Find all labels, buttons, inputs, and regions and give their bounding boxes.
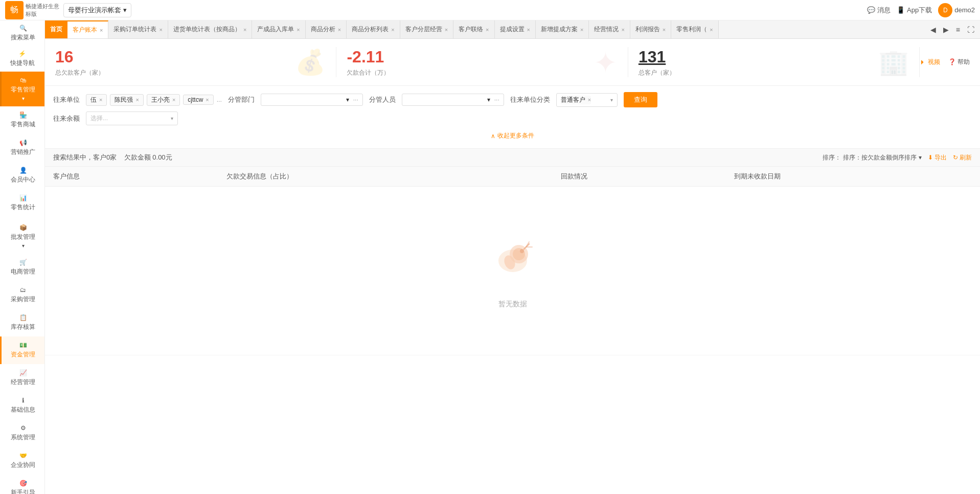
filter-collapse-button[interactable]: ∧ 收起更多条件 [491,129,534,142]
filter-area: 往来单位 伍 × 陈民强 × 王小亮 [45,86,980,149]
tab-purchase-order[interactable]: 采购订单统计表 × [108,20,168,39]
basic-info-icon: ℹ [22,397,25,404]
message-button[interactable]: 💬 消息 [867,6,891,15]
chevron-up-icon: ∧ [491,132,495,140]
tab-next-button[interactable]: ▶ [941,25,951,35]
tab-production-instock[interactable]: 产成品入库单 × [252,20,305,39]
sidebar-item-basic-info[interactable]: ℹ 基础信息 [0,392,44,419]
tab-home[interactable]: 首页 [45,20,67,39]
tab-menu-button[interactable]: ≡ [953,25,963,35]
sidebar-item-finance[interactable]: 💵 资金管理 [0,336,44,364]
tab-close-purchase-order[interactable]: × [159,27,162,33]
filter-tag-wu-remove[interactable]: × [99,97,102,103]
tab-close-customer-segmentation[interactable]: × [445,27,448,33]
sidebar-item-retail-stats[interactable]: 📊 零售统计 [0,189,44,217]
ecommerce-icon: 🛒 [19,259,27,266]
finance-icon: 💵 [19,342,27,349]
tab-maximize-button[interactable]: ⛶ [965,25,977,35]
tab-close-customer-contact[interactable]: × [486,27,489,33]
tab-product-analysis[interactable]: 商品分析 × [306,20,347,39]
sidebar-item-system[interactable]: ⚙ 系统管理 [0,419,44,447]
filter-tag-common-customer-remove[interactable]: × [588,97,591,103]
sidebar-item-operation[interactable]: 📈 经营管理 [0,364,44,392]
filter-balance-select[interactable]: 选择... ▾ [86,111,178,125]
stat-label-3: 总客户（家） [639,69,675,77]
filter-tag-chen-text: 陈民强 [115,96,133,104]
collab-icon: 🤝 [19,452,27,459]
tab-product-analysis-list[interactable]: 商品分析列表 × [347,20,400,39]
tab-close-retail-profit[interactable]: × [710,27,713,33]
sidebar-item-enterprise-collab[interactable]: 🤝 企业协同 [0,447,44,475]
filter-tag-cjttcw: cjttcw × [183,95,213,105]
refresh-button[interactable]: ↻ 刷新 [953,153,972,162]
sidebar-item-inventory[interactable]: 📋 库存核算 [0,309,44,336]
sidebar-item-quick-nav[interactable]: ⚡ 快捷导航 [0,46,44,72]
sidebar-item-wholesale-mgmt[interactable]: 📦 批发管理 ▾ [0,219,44,254]
tab-close-new-propose[interactable]: × [580,27,583,33]
tab-propose-settings[interactable]: 提成设置 × [495,20,536,39]
logo-text: 畅捷通好生意 标版 [26,3,59,17]
chevron-down-sort-icon: ▾ [919,154,922,161]
video-help-button[interactable]: ⏵ 视频 [920,58,940,66]
export-button[interactable]: ⬇ 导出 [928,153,947,162]
sidebar-item-ecommerce[interactable]: 🛒 电商管理 [0,254,44,281]
sidebar-item-retail-store[interactable]: 🏪 零售商城 [0,106,44,134]
filter-tag-cjttcw-remove[interactable]: × [206,97,209,103]
tab-prev-button[interactable]: ◀ [928,25,939,35]
tab-close-customer-accounts[interactable]: × [100,27,103,33]
sidebar-item-new-guide[interactable]: 🎯 新手引导 [0,475,44,494]
tab-profit-report[interactable]: 利润报告 × [630,20,671,39]
svg-point-4 [520,249,524,253]
tab-close-product-analysis[interactable]: × [338,27,341,33]
top-bar: 畅 畅捷通好生意 标版 母婴行业演示帐套 ▾ 💬 消息 📱 App下载 D [0,0,980,20]
filter-tag-wang-remove[interactable]: × [172,97,175,103]
filter-person-more: ··· [494,96,499,103]
inventory-icon: 📋 [19,314,27,321]
tab-close-propose-settings[interactable]: × [527,27,530,33]
tab-close-profit-report[interactable]: × [663,27,666,33]
nav-icon: ⚡ [18,50,26,57]
sidebar-item-search[interactable]: 🔍 搜索菜单 [0,20,44,46]
result-actions: 排序： 排序：按欠款金额倒序排序 ▾ ⬇ 导出 ↻ 刷新 [823,153,972,162]
help-button[interactable]: ❓ 帮助 [948,58,970,66]
filter-tag-chen-remove[interactable]: × [135,97,139,103]
sidebar-item-member[interactable]: 👤 会员中心 [0,162,44,189]
table-header-debt-info: 欠款交易信息（占比） [218,167,553,187]
sort-select[interactable]: 排序： 排序：按欠款金额倒序排序 ▾ [823,153,922,162]
filter-dept-select[interactable]: ▾ ··· [261,94,363,106]
stat-bar-actions: ⏵ 视频 ❓ 帮助 [920,58,970,66]
tab-operation-status[interactable]: 经营情况 × [589,20,630,39]
filter-balance-placeholder: 选择... [90,114,108,123]
filter-unit-type-select[interactable]: 普通客户 × ▾ [556,93,618,107]
table-header-due-date: 到期未收款日期 [726,167,980,187]
filter-collapse-row: ∧ 收起更多条件 [53,129,972,142]
query-button[interactable]: 查询 [624,92,657,107]
tab-close-operation-status[interactable]: × [621,27,624,33]
tab-new-propose[interactable]: 新增提成方案 × [536,20,589,39]
app-download-button[interactable]: 📱 App下载 [897,6,932,15]
stat-value-2: -2.11 [347,47,384,66]
tab-customer-accounts[interactable]: 客户账本 × [67,20,108,39]
account-dropdown[interactable]: 母婴行业演示帐套 ▾ [63,3,131,17]
tab-controls: ◀ ▶ ≡ ⛶ [925,25,980,35]
tab-customer-contact[interactable]: 客户联络 × [453,20,494,39]
avatar: D [938,3,952,17]
stats-bar: 💰 16 总欠款客户（家） ✦ -2.11 欠款合计（万） 🏢 131 总客户（… [45,39,980,86]
sidebar-item-retail-mgmt[interactable]: 🛍 零售管理 ▾ [0,72,44,106]
guide-icon: 🎯 [19,480,27,487]
operation-icon: 📈 [19,369,27,376]
table-body: 暂无数据 [45,187,980,355]
empty-state-icon [487,233,538,294]
tab-close-instock-stats[interactable]: × [243,27,246,33]
tab-retail-profit[interactable]: 零售利润（ × [671,20,718,39]
sidebar-item-marketing[interactable]: 📢 营销推广 [0,134,44,162]
tab-close-product-analysis-list[interactable]: × [391,27,394,33]
filter-more-tags[interactable]: ... [217,96,222,103]
filter-person-select[interactable]: ▾ ··· [402,94,504,106]
tab-instock-stats[interactable]: 进货单统计表（按商品） × [168,20,252,39]
chevron-down-person-icon: ▾ [487,96,490,103]
user-menu[interactable]: D demo2 [938,3,975,17]
tab-customer-segmentation[interactable]: 客户分层经营 × [400,20,453,39]
sidebar-item-purchase[interactable]: 🗂 采购管理 [0,281,44,309]
tab-close-production-instock[interactable]: × [297,27,300,33]
